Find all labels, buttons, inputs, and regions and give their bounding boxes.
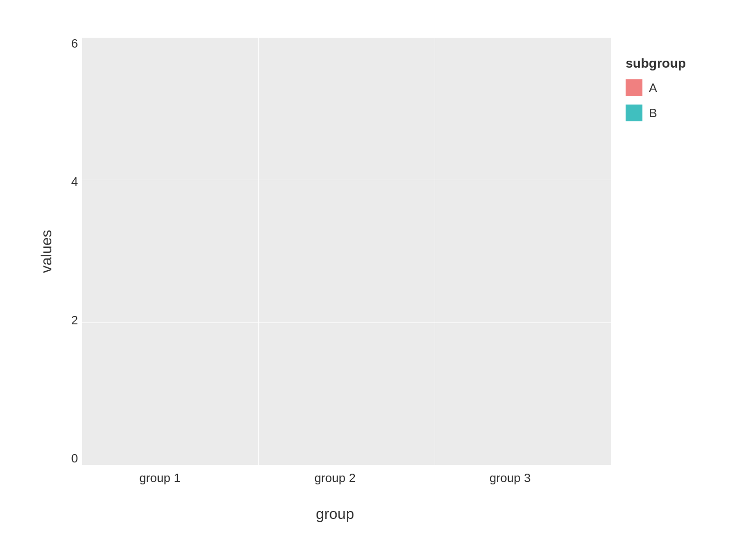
y-tick: 2	[71, 314, 78, 326]
y-axis-label: values	[33, 37, 56, 465]
y-tick: 4	[71, 175, 78, 188]
x-tick-label: group 3	[454, 471, 566, 485]
plot-and-yaxis: values 0246	[33, 37, 612, 465]
x-axis-label: group	[58, 505, 612, 527]
legend-swatch-a	[626, 79, 642, 96]
x-tick-label: group 2	[279, 471, 391, 485]
chart-container: values 0246	[23, 23, 724, 537]
y-tick: 6	[71, 37, 78, 49]
y-axis-ticks: 0246	[56, 37, 82, 465]
y-tick: 0	[71, 452, 78, 464]
legend-label-b: B	[649, 106, 657, 120]
plot-region	[82, 37, 612, 465]
legend-item-a: A	[626, 79, 705, 96]
legend-label-a: A	[649, 81, 657, 95]
legend-swatch-b	[626, 105, 642, 121]
bars-area	[82, 37, 612, 465]
legend-item-b: B	[626, 105, 705, 121]
legend-title: subgroup	[626, 56, 705, 71]
x-tick-label: group 1	[104, 471, 216, 485]
x-axis: group 1group 2group 3	[58, 465, 612, 503]
legend: subgroup A B	[612, 37, 714, 527]
chart-area: values 0246	[33, 37, 612, 527]
